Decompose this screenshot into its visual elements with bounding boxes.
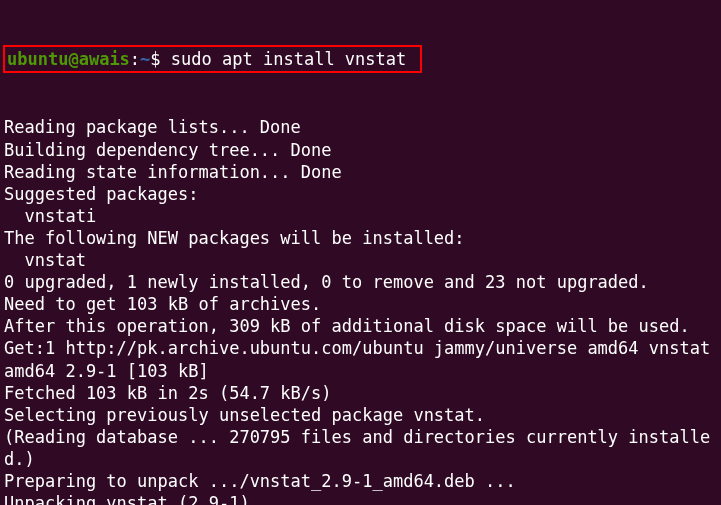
output-line: vnstat bbox=[4, 249, 717, 271]
output-line: Preparing to unpack .../vnstat_2.9-1_amd… bbox=[4, 470, 717, 492]
output-container: Reading package lists... DoneBuilding de… bbox=[4, 116, 717, 505]
colon: : bbox=[130, 49, 140, 69]
output-line: Suggested packages: bbox=[4, 183, 717, 205]
output-line: vnstati bbox=[4, 205, 717, 227]
output-line: 0 upgraded, 1 newly installed, 0 to remo… bbox=[4, 271, 717, 293]
output-line: Need to get 103 kB of archives. bbox=[4, 293, 717, 315]
output-line: Reading package lists... Done bbox=[4, 116, 717, 138]
output-line: Get:1 http://pk.archive.ubuntu.com/ubunt… bbox=[4, 337, 717, 381]
output-line: Fetched 103 kB in 2s (54.7 kB/s) bbox=[4, 382, 717, 404]
command-highlight-box: ubuntu@awais:~$ sudo apt install vnstat bbox=[3, 45, 422, 73]
output-line: The following NEW packages will be insta… bbox=[4, 227, 717, 249]
user-host: ubuntu@awais bbox=[7, 49, 130, 69]
prompt-line: ubuntu@awais:~$ sudo apt install vnstat bbox=[4, 46, 717, 72]
prompt-symbol: $ bbox=[150, 49, 171, 69]
output-line: Building dependency tree... Done bbox=[4, 139, 717, 161]
output-line: Selecting previously unselected package … bbox=[4, 404, 717, 426]
terminal[interactable]: ubuntu@awais:~$ sudo apt install vnstat … bbox=[4, 2, 717, 505]
output-line: After this operation, 309 kB of addition… bbox=[4, 315, 717, 337]
cwd-path: ~ bbox=[140, 49, 150, 69]
output-line: Unpacking vnstat (2.9-1) ... bbox=[4, 492, 717, 505]
command-text: sudo apt install vnstat bbox=[171, 49, 406, 69]
output-line: (Reading database ... 270795 files and d… bbox=[4, 426, 717, 470]
output-line: Reading state information... Done bbox=[4, 161, 717, 183]
